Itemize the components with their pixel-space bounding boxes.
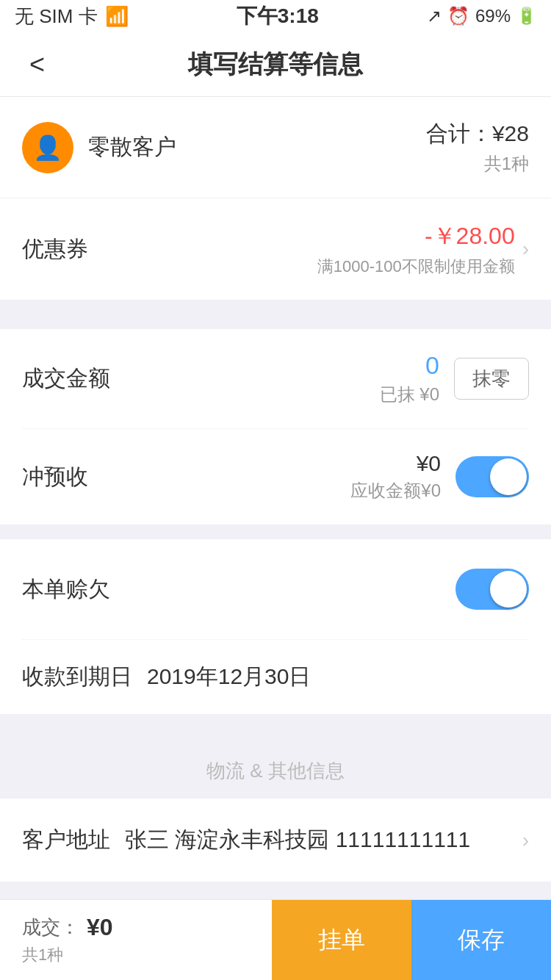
due-date-value[interactable]: 2019年12月30日 [147,662,311,692]
bottom-deal: 成交： ¥0 [22,914,250,941]
avatar: 👤 [22,122,73,173]
address-value: 张三 海淀永丰科技园 11111111111 [125,825,522,855]
transaction-amount-label: 成交金额 [22,364,110,394]
prepay-amount: ¥0 [350,451,441,476]
location-icon: ↗ [427,6,442,26]
status-left: 无 SIM 卡 📶 [15,4,129,29]
customer-total: 合计：¥28 [426,119,529,149]
debt-section: 本单赊欠 收款到期日 2019年12月30日 [0,539,551,714]
debt-toggle[interactable] [455,569,529,610]
coupon-row[interactable]: 优惠券 -￥28.00 满1000-100不限制使用金额 › [0,198,551,300]
section-divider-1 [0,314,551,329]
already-deducted: 已抹 ¥0 [380,383,439,406]
carrier-label: 无 SIM 卡 [15,4,98,29]
section-divider-3 [0,729,551,743]
customer-section: 👤 零散客户 合计：¥28 共1种 优惠券 -￥28.00 满1000-100不… [0,97,551,300]
customer-right: 合计：¥28 共1种 [426,119,529,176]
toggle-knob [490,458,527,495]
amount-value-block: 0 已抹 ¥0 [380,351,439,406]
prepay-toggle[interactable] [455,456,529,497]
status-right: ↗ ⏰ 69% 🔋 [427,6,536,26]
prepay-row: 冲预收 ¥0 应收金额¥0 [22,429,529,525]
due-date-label: 收款到期日 [22,662,132,692]
bottom-count: 共1种 [22,944,250,966]
debt-label: 本单赊欠 [22,574,110,605]
customer-left: 👤 零散客户 [22,122,176,173]
debt-toggle-knob [490,571,527,608]
amount-value[interactable]: 0 [380,351,439,380]
prepay-receivable: 应收金额¥0 [350,479,441,502]
prepay-value-block: ¥0 应收金额¥0 [350,451,441,502]
address-row[interactable]: 客户地址 张三 海淀永丰科技园 11111111111 › [22,799,529,882]
debt-row: 本单赊欠 [22,539,529,639]
address-label: 客户地址 [22,825,110,855]
battery-label: 69% [475,6,511,26]
status-time: 下午3:18 [237,2,319,30]
back-button[interactable]: < [22,42,52,87]
transaction-amount-row: 成交金额 0 已抹 ¥0 抹零 [22,329,529,429]
coupon-desc: 满1000-100不限制使用金额 [317,256,515,278]
customer-name: 零散客户 [88,132,176,162]
logistics-label: 物流 & 其他信息 [206,760,345,782]
deal-amount: ¥0 [87,914,113,941]
deal-label: 成交： [22,915,79,940]
prepay-label: 冲预收 [22,462,88,492]
address-section: 客户地址 张三 海淀永丰科技园 11111111111 › [0,799,551,882]
prepay-right: ¥0 应收金额¥0 [350,451,529,502]
customer-count: 共1种 [426,152,529,176]
coupon-right: -￥28.00 满1000-100不限制使用金额 › [317,220,529,278]
pending-button[interactable]: 挂单 [272,900,411,981]
address-chevron-icon: › [522,829,529,852]
bottom-info: 成交： ¥0 共1种 [0,914,272,966]
page-title: 填写结算等信息 [188,48,363,82]
wifi-icon: 📶 [105,5,129,28]
logistics-divider: 物流 & 其他信息 [0,743,551,799]
chevron-right-icon: › [522,237,529,261]
coupon-label: 优惠券 [22,234,88,264]
round-button[interactable]: 抹零 [454,358,529,400]
section-divider-2 [0,525,551,539]
transaction-section: 成交金额 0 已抹 ¥0 抹零 冲预收 ¥0 应收金额¥0 [0,329,551,525]
alarm-icon: ⏰ [447,6,469,26]
status-bar: 无 SIM 卡 📶 下午3:18 ↗ ⏰ 69% 🔋 [0,0,551,32]
transaction-amount-right: 0 已抹 ¥0 抹零 [380,351,529,406]
coupon-info: -￥28.00 满1000-100不限制使用金额 [317,220,515,278]
customer-row: 👤 零散客户 合计：¥28 共1种 [0,97,551,198]
coupon-discount: -￥28.00 [317,220,515,253]
nav-bar: < 填写结算等信息 [0,32,551,97]
due-date-row: 收款到期日 2019年12月30日 [22,639,529,714]
bottom-bar: 成交： ¥0 共1种 挂单 保存 [0,899,551,980]
save-button[interactable]: 保存 [411,900,551,981]
battery-icon: 🔋 [516,7,536,26]
